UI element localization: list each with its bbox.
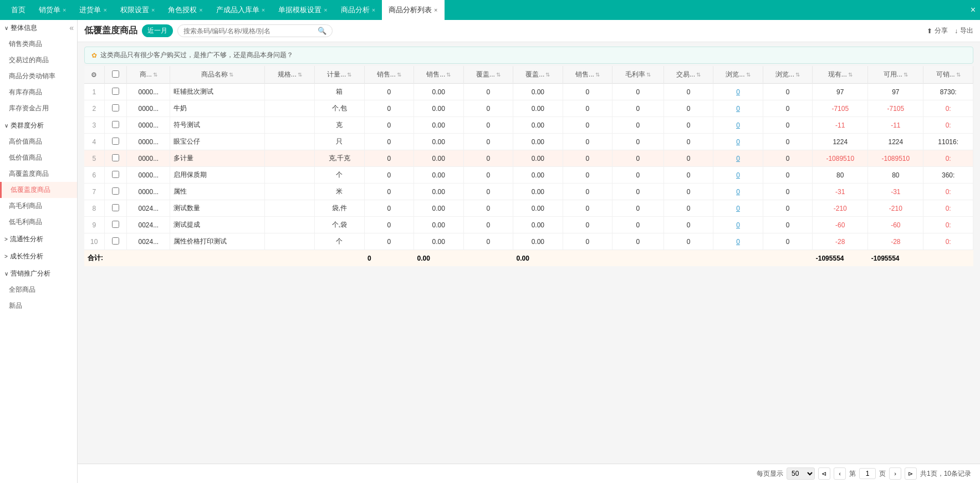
nav-item[interactable]: 权限设置× <box>114 0 161 20</box>
sidebar-item[interactable]: 高覆盖度商品 <box>0 166 77 182</box>
sidebar-item[interactable]: 高价值商品 <box>0 134 77 150</box>
sidebar-item[interactable]: 高毛利商品 <box>0 198 77 214</box>
nav-close-icon[interactable]: × <box>199 7 202 13</box>
next-page-button[interactable]: › <box>889 467 901 480</box>
col-code[interactable]: 商...⇅ <box>127 66 170 84</box>
row-checkbox[interactable] <box>112 171 119 178</box>
page-input[interactable] <box>859 468 876 479</box>
sidebar-collapse-button[interactable]: « <box>69 23 74 32</box>
sidebar-group-title[interactable]: >流通性分析 <box>0 231 77 247</box>
col-saleable[interactable]: 可销...⇅ <box>923 66 973 84</box>
row-checkbox-cell[interactable] <box>104 150 127 167</box>
row-checkbox[interactable] <box>112 121 119 128</box>
row-cover2-cell: 0.00 <box>513 150 563 167</box>
share-button[interactable]: ⬆ 分享 <box>927 26 948 35</box>
row-browse1-cell[interactable]: 0 <box>713 117 763 134</box>
nav-close-icon[interactable]: × <box>324 7 327 13</box>
col-browse2[interactable]: 浏览...⇅ <box>763 66 813 84</box>
row-browse1-cell[interactable]: 0 <box>713 217 763 233</box>
col-gross[interactable]: 毛利率⇅ <box>612 66 664 84</box>
col-current[interactable]: 现有...⇅ <box>813 66 868 84</box>
row-checkbox[interactable] <box>112 221 119 228</box>
row-browse1-cell[interactable]: 0 <box>713 233 763 250</box>
col-spec[interactable]: 规格...⇅ <box>265 66 315 84</box>
sidebar-item[interactable]: 交易过的商品 <box>0 52 77 68</box>
row-browse1-cell[interactable]: 0 <box>713 200 763 217</box>
col-checkbox[interactable] <box>104 66 127 84</box>
col-unit[interactable]: 计量...⇅ <box>315 66 365 84</box>
nav-item[interactable]: 销货单× <box>32 0 73 20</box>
window-close-button[interactable]: × <box>971 5 976 15</box>
sidebar-item[interactable]: 新品 <box>0 298 77 314</box>
export-button[interactable]: ↓ 导出 <box>955 26 973 35</box>
sidebar-item[interactable]: 低覆盖度商品 <box>0 182 77 198</box>
prev-page-button[interactable]: ‹ <box>834 467 846 480</box>
row-checkbox[interactable] <box>112 187 119 195</box>
row-browse1-cell[interactable]: 0 <box>713 100 763 117</box>
sidebar-item[interactable]: 商品分类动销率 <box>0 68 77 84</box>
sidebar-item[interactable]: 低价值商品 <box>0 150 77 166</box>
per-page-label: 每页显示 <box>757 469 783 479</box>
row-browse1-cell[interactable]: 0 <box>713 134 763 150</box>
row-checkbox-cell[interactable] <box>104 233 127 250</box>
row-checkbox[interactable] <box>112 237 119 245</box>
col-settings[interactable]: ⚙ <box>84 66 104 84</box>
col-cover1[interactable]: 覆盖...⇅ <box>463 66 513 84</box>
col-available[interactable]: 可用...⇅ <box>868 66 923 84</box>
row-checkbox-cell[interactable] <box>104 200 127 217</box>
row-browse1-cell[interactable]: 0 <box>713 184 763 200</box>
nav-item[interactable]: 首页 <box>4 0 32 20</box>
nav-item[interactable]: 商品分析× <box>334 0 382 20</box>
row-checkbox[interactable] <box>112 138 119 145</box>
nav-item[interactable]: 单据模板设置× <box>272 0 334 20</box>
col-name[interactable]: 商品名称⇅ <box>170 66 265 84</box>
nav-close-icon[interactable]: × <box>103 7 106 13</box>
nav-close-icon[interactable]: × <box>372 7 375 13</box>
last-page-button[interactable]: ⊳ <box>905 467 917 480</box>
col-trade[interactable]: 交易...⇅ <box>663 66 713 84</box>
row-checkbox-cell[interactable] <box>104 217 127 233</box>
row-checkbox-cell[interactable] <box>104 167 127 184</box>
sidebar-group-title[interactable]: ∨类群度分析 <box>0 118 77 134</box>
nav-close-icon[interactable]: × <box>151 7 155 13</box>
sidebar-group-title[interactable]: >成长性分析 <box>0 248 77 265</box>
nav-item[interactable]: 角色授权× <box>161 0 209 20</box>
row-checkbox-cell[interactable] <box>104 184 127 200</box>
nav-close-icon[interactable]: × <box>262 7 265 13</box>
table-container[interactable]: ⚙ 商...⇅ 商品名称⇅ 规格...⇅ 计量...⇅ 销售...⇅ 销售...… <box>84 66 973 464</box>
select-all-checkbox[interactable] <box>112 70 119 78</box>
col-browse1[interactable]: 浏览...⇅ <box>713 66 763 84</box>
first-page-button[interactable]: ⊲ <box>818 467 830 480</box>
nav-item[interactable]: 进货单× <box>73 0 113 20</box>
row-checkbox-cell[interactable] <box>104 117 127 134</box>
row-checkbox[interactable] <box>112 104 119 111</box>
row-checkbox-cell[interactable] <box>104 100 127 117</box>
sidebar-item[interactable]: 有库存商品 <box>0 84 77 100</box>
settings-icon[interactable]: ⚙ <box>91 71 97 79</box>
sidebar-group-title[interactable]: ∨营销推广分析 <box>0 266 77 282</box>
nav-item[interactable]: 商品分析列表× <box>382 0 444 20</box>
nav-close-icon[interactable]: × <box>434 7 437 13</box>
search-input[interactable] <box>183 27 318 35</box>
row-checkbox[interactable] <box>112 154 119 161</box>
nav-close-icon[interactable]: × <box>63 7 66 13</box>
col-sale3[interactable]: 销售...⇅ <box>563 66 612 84</box>
col-sale-amt[interactable]: 销售...⇅ <box>414 66 464 84</box>
row-checkbox-cell[interactable] <box>104 84 127 100</box>
per-page-select[interactable]: 50 20 100 <box>787 467 815 480</box>
sidebar-item[interactable]: 库存资金占用 <box>0 100 77 116</box>
nav-item[interactable]: 产成品入库单× <box>210 0 272 20</box>
row-browse1-cell[interactable]: 0 <box>713 150 763 167</box>
sidebar-item[interactable]: 低毛利商品 <box>0 214 77 230</box>
sidebar-group-title[interactable]: ∨整体信息 <box>0 20 77 36</box>
row-checkbox-cell[interactable] <box>104 134 127 150</box>
sidebar-item[interactable]: 销售类商品 <box>0 36 77 52</box>
row-checkbox[interactable] <box>112 88 119 95</box>
sidebar-item[interactable]: 全部商品 <box>0 282 77 298</box>
row-browse1-cell[interactable]: 0 <box>713 84 763 100</box>
row-browse1-cell[interactable]: 0 <box>713 167 763 184</box>
row-checkbox[interactable] <box>112 204 119 211</box>
period-button[interactable]: 近一月 <box>142 24 173 37</box>
col-sale-qty[interactable]: 销售...⇅ <box>364 66 414 84</box>
col-cover2[interactable]: 覆盖...⇅ <box>513 66 563 84</box>
